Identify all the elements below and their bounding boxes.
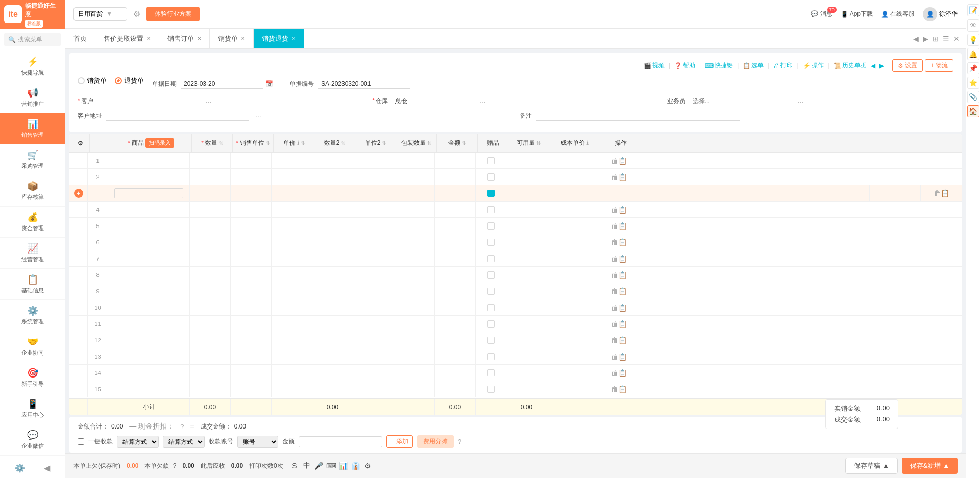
fee-split-help-icon[interactable]: ? [458, 438, 461, 445]
calendar-icon[interactable]: 📅 [265, 80, 273, 87]
copy-row-2-icon[interactable]: 📋 [618, 173, 627, 181]
delete-row-3-icon[interactable]: 🗑 [934, 189, 941, 197]
delete-row-14-icon[interactable]: 🗑 [611, 369, 618, 377]
gift-checkbox-4[interactable] [487, 206, 495, 213]
copy-row-5-icon[interactable]: 📋 [618, 222, 627, 230]
td-product-3[interactable] [108, 185, 190, 201]
address-input[interactable] [106, 111, 249, 121]
save-new-button[interactable]: 保存&新增 ▲ [902, 458, 958, 474]
copy-row-7-icon[interactable]: 📋 [618, 255, 627, 263]
tab-sales-delivery[interactable]: 销货单 ✕ [210, 29, 254, 49]
td-qty2-3[interactable] [312, 185, 353, 201]
search-menu-button[interactable]: 🔍 搜索菜单 [4, 33, 61, 46]
delete-row-9-icon[interactable]: 🗑 [611, 287, 618, 295]
copy-row-4-icon[interactable]: 📋 [618, 206, 627, 214]
td-price-1[interactable] [272, 153, 312, 168]
amount-sort-icon[interactable]: ⇅ [462, 140, 466, 146]
rp-btn-7[interactable]: 📎 [967, 91, 979, 103]
add-payment-button[interactable]: + 添加 [386, 435, 413, 448]
copy-row-15-icon[interactable]: 📋 [618, 385, 627, 393]
gift-checkbox-10[interactable] [487, 304, 495, 311]
rp-btn-3[interactable]: 💡 [967, 34, 979, 46]
td-amount-3[interactable] [435, 185, 476, 201]
qty2-sort-icon[interactable]: ⇅ [341, 140, 345, 146]
td-avail-1[interactable] [506, 153, 547, 168]
account-select[interactable]: 账号 [237, 436, 278, 448]
td-pack-3[interactable] [394, 185, 435, 201]
customer-input[interactable] [97, 96, 200, 106]
td-pack-1[interactable] [394, 153, 435, 168]
date-input[interactable] [181, 79, 263, 89]
td-qty-2[interactable] [190, 169, 231, 185]
prev-window-icon[interactable]: ◀ [913, 35, 919, 43]
delete-row-2-icon[interactable]: 🗑 [611, 173, 618, 181]
copy-row-10-icon[interactable]: 📋 [618, 304, 627, 312]
td-unit2-1[interactable] [353, 153, 394, 168]
td-gift-2[interactable] [476, 169, 506, 185]
message-button[interactable]: 💬 70 消息 [811, 10, 832, 18]
remark-input[interactable] [536, 111, 740, 121]
experience-button[interactable]: 体验行业方案 [146, 7, 200, 21]
question-circle-icon[interactable]: ? [180, 423, 184, 431]
td-unit-1[interactable] [231, 153, 272, 168]
cost-info-icon[interactable]: ℹ [586, 140, 589, 146]
td-avail-2[interactable] [506, 169, 547, 185]
history-link[interactable]: 📜 历史单据 [834, 61, 867, 70]
delete-row-6-icon[interactable]: 🗑 [611, 238, 618, 246]
td-avail-3[interactable] [506, 185, 870, 201]
td-cost-2[interactable] [547, 169, 598, 185]
customer-dots-icon[interactable]: ··· [206, 97, 212, 106]
gift-checkbox-9[interactable] [487, 288, 495, 295]
gift-checkbox-13[interactable] [487, 353, 495, 360]
payment-method-select[interactable]: 结算方式 [117, 436, 159, 448]
next-window-icon[interactable]: ▶ [923, 35, 928, 43]
rp-btn-6[interactable]: ⭐ [967, 77, 979, 89]
calc-method-select[interactable]: 结算方式 [163, 436, 205, 448]
sidebar-item-marketing[interactable]: 📢 营销推广 [0, 82, 65, 113]
delete-row-10-icon[interactable]: 🗑 [611, 304, 618, 312]
gift-checkbox-7[interactable] [487, 255, 495, 262]
tab-home[interactable]: 首页 [65, 29, 95, 49]
grid-view-icon[interactable]: ⊞ [933, 35, 939, 43]
copy-row-8-icon[interactable]: 📋 [618, 271, 627, 279]
help-link[interactable]: ❓ 帮助 [674, 61, 695, 70]
copy-row-1-icon[interactable]: 📋 [618, 157, 627, 165]
sidebar-collapse-button[interactable]: ◀ [44, 463, 50, 473]
add-row-button[interactable]: + [74, 189, 83, 198]
td-qty-1[interactable] [190, 153, 231, 168]
avail-sort-icon[interactable]: ⇅ [536, 140, 541, 146]
action-link[interactable]: ⚡ 操作 [803, 61, 824, 70]
td-product-1[interactable] [108, 153, 190, 168]
sidebar-item-finance[interactable]: 💰 资金管理 [0, 207, 65, 238]
save-draft-button[interactable]: 保存草稿 ▲ [845, 458, 898, 474]
delete-row-4-icon[interactable]: 🗑 [611, 206, 618, 214]
address-dots-icon[interactable]: ··· [255, 112, 261, 120]
gift-checkbox-8[interactable] [487, 271, 495, 279]
user-button[interactable]: 👤 徐泽华 [923, 7, 958, 21]
copy-row-12-icon[interactable]: 📋 [618, 336, 627, 344]
one-click-payment-checkbox[interactable] [78, 438, 84, 445]
salesperson-dots-icon[interactable]: ··· [798, 97, 804, 106]
sidebar-item-guide[interactable]: 🎯 新手引导 [0, 362, 65, 393]
tab-price-extract[interactable]: 售价提取设置 ✕ [95, 29, 159, 49]
td-unit2-3[interactable] [353, 185, 394, 201]
gift-checkbox-5[interactable] [487, 222, 495, 230]
logistics-btn[interactable]: + 物流 [925, 59, 953, 72]
warehouse-dots-icon[interactable]: ··· [480, 97, 486, 106]
sidebar-item-basic-info[interactable]: 📋 基础信息 [0, 269, 65, 300]
td-cost-1[interactable] [547, 153, 598, 168]
app-download-button[interactable]: 📱 App下载 [841, 10, 873, 18]
price-info-icon[interactable]: ℹ [297, 140, 299, 146]
delete-row-8-icon[interactable]: 🗑 [611, 271, 618, 279]
td-amount-1[interactable] [435, 153, 476, 168]
delete-row-11-icon[interactable]: 🗑 [611, 320, 618, 328]
sidebar-settings-button[interactable]: ⚙️ [15, 463, 25, 473]
copy-row-13-icon[interactable]: 📋 [618, 353, 627, 361]
delete-row-5-icon[interactable]: 🗑 [611, 222, 618, 230]
sidebar-item-quick-nav[interactable]: ⚡ 快捷导航 [0, 51, 65, 82]
sidebar-item-operations[interactable]: 📈 经营管理 [0, 238, 65, 269]
copy-row-11-icon[interactable]: 📋 [618, 320, 627, 328]
sidebar-item-inventory[interactable]: 📦 库存核算 [0, 175, 65, 207]
tab-sales-delivery-close[interactable]: ✕ [241, 36, 245, 41]
gift-checkbox-6[interactable] [487, 239, 495, 246]
